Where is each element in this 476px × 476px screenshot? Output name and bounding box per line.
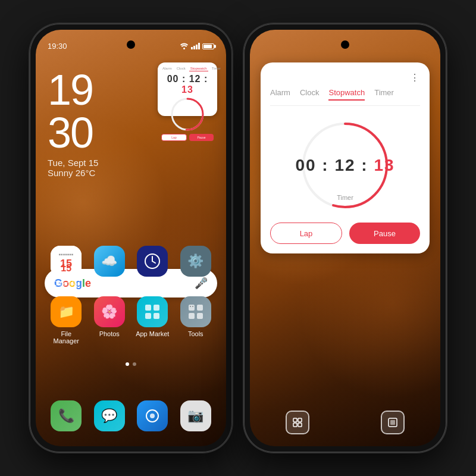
mini-pause-button[interactable]: Pause <box>189 134 214 141</box>
svg-rect-26 <box>298 423 302 427</box>
stopwatch-ring: 00 : 12 : 13 Timer <box>298 118 393 213</box>
app-market[interactable]: App Market <box>134 296 170 345</box>
right-phone: ⋮ Alarm Clock Stopwatch Timer 00 <box>244 24 446 452</box>
page-dot-2 <box>133 362 136 366</box>
mini-buttons: Lap Pause <box>161 134 214 141</box>
left-phone: 19:30 19 30 Tue, <box>30 24 232 452</box>
clock-app-card: ⋮ Alarm Clock Stopwatch Timer 00 <box>261 62 430 253</box>
phone-dock-icon[interactable]: 📞 <box>51 400 82 431</box>
tab-timer[interactable]: Timer <box>374 88 394 101</box>
svg-rect-23 <box>293 418 297 422</box>
svg-rect-15 <box>189 313 195 319</box>
signal-icon <box>191 43 200 49</box>
files-icon: 📁 <box>51 296 82 327</box>
svg-rect-13 <box>189 305 195 311</box>
svg-line-8 <box>152 261 155 263</box>
pause-button[interactable]: Pause <box>349 223 420 244</box>
front-camera <box>127 40 135 49</box>
app-weather[interactable]: ☁️ Weather <box>92 246 127 287</box>
clock-date: Tue, Sept 15 Sunny 26°C <box>48 158 98 178</box>
svg-text:15: 15 <box>60 258 72 270</box>
files-label: File Manager <box>48 330 84 345</box>
svg-rect-9 <box>145 305 151 311</box>
status-time: 19:30 <box>48 42 67 51</box>
app-settings[interactable]: ⚙️ Settings <box>178 246 214 287</box>
svg-rect-16 <box>197 313 203 319</box>
left-screen: 19:30 19 30 Tue, <box>36 30 226 446</box>
tab-stopwatch[interactable]: Stopwatch <box>328 88 365 101</box>
svg-rect-25 <box>293 423 297 427</box>
tab-alarm[interactable]: Alarm <box>270 88 290 101</box>
mini-time-display: 00 : 12 : 13 <box>161 74 214 95</box>
app-photos[interactable]: 🌸 Photos <box>92 296 127 345</box>
app-calendar[interactable]: ▪▪▪▪▪▪▪ 15 Calendar <box>48 246 84 287</box>
stopwatch-sublabel: Timer <box>337 194 353 201</box>
mini-tab-alarm[interactable]: Alarm <box>161 66 173 71</box>
page-indicator <box>126 362 136 366</box>
settings-icon: ⚙️ <box>180 246 211 277</box>
large-clock: 19 30 Tue, Sept 15 Sunny 26°C <box>48 68 98 178</box>
wifi-icon <box>180 43 189 49</box>
weather-icon: ☁️ <box>94 246 125 277</box>
mini-tab-timer[interactable]: Timer <box>211 66 222 71</box>
app-grid: ▪▪▪▪▪▪▪ 15 Calendar ☁️ Weather <box>45 246 217 354</box>
stopwatch-time: 00 : 12 : 13 <box>295 156 394 175</box>
card-header: ⋮ <box>270 72 420 83</box>
clock-icon <box>137 246 168 277</box>
mini-tabs: Alarm Clock Stopwatch Timer <box>161 66 214 71</box>
more-options-icon[interactable]: ⋮ <box>410 72 420 83</box>
photos-label: Photos <box>99 330 120 337</box>
weather-label: Weather <box>97 280 121 287</box>
svg-point-0 <box>183 48 185 49</box>
clock-app-label: Clock <box>144 280 161 287</box>
tools-label: Tools <box>188 330 203 337</box>
calendar-label: Calendar <box>53 280 80 287</box>
appmarket-icon <box>137 296 168 327</box>
app-row-1: ▪▪▪▪▪▪▪ 15 Calendar ☁️ Weather <box>45 246 217 287</box>
app-files[interactable]: 📁 File Manager <box>48 296 84 345</box>
svg-rect-12 <box>154 313 159 319</box>
stopwatch-display: 00 : 12 : 13 Timer <box>270 118 420 213</box>
tab-clock[interactable]: Clock <box>300 88 320 101</box>
camera-dock-icon[interactable]: 📷 <box>180 400 211 431</box>
mini-tab-stopwatch[interactable]: Stopwatch <box>189 66 208 71</box>
lap-button[interactable]: Lap <box>270 223 342 244</box>
right-screen: ⋮ Alarm Clock Stopwatch Timer 00 <box>250 30 440 446</box>
messages-dock-icon[interactable]: 💬 <box>94 400 125 431</box>
recent-apps-button[interactable] <box>286 411 309 434</box>
clock-app-tabs: Alarm Clock Stopwatch Timer <box>270 88 420 106</box>
svg-rect-10 <box>154 305 159 311</box>
app-dock: 📞 💬 📷 <box>45 400 217 431</box>
right-front-camera <box>341 40 349 49</box>
svg-text:▪▪▪▪▪▪▪: ▪▪▪▪▪▪▪ <box>59 251 74 258</box>
photos-icon: 🌸 <box>94 296 125 327</box>
battery-icon <box>202 43 214 49</box>
app-tools[interactable]: Tools <box>178 296 214 345</box>
nav-bar <box>250 411 440 434</box>
tools-icon <box>180 296 211 327</box>
clock-time: 19 30 <box>48 68 98 154</box>
mini-clock-widget[interactable]: Alarm Clock Stopwatch Timer 00 : 12 : 13… <box>158 62 217 116</box>
svg-rect-17 <box>190 306 191 307</box>
svg-rect-11 <box>145 313 151 319</box>
calendar-icon: ▪▪▪▪▪▪▪ 15 <box>51 246 82 277</box>
mini-lap-button[interactable]: Lap <box>161 134 187 141</box>
status-icons <box>180 43 214 49</box>
app-clock[interactable]: Clock <box>134 246 170 287</box>
stopwatch-controls: Lap Pause <box>270 223 420 244</box>
svg-rect-24 <box>298 418 302 422</box>
svg-rect-14 <box>197 305 203 311</box>
svg-rect-18 <box>192 306 193 307</box>
app-row-2: 📁 File Manager 🌸 Photos <box>45 296 217 345</box>
appmarket-label: App Market <box>136 330 169 337</box>
page-dot-1 <box>126 362 129 366</box>
svg-rect-28 <box>390 420 395 425</box>
mini-progress-ring <box>170 96 205 132</box>
settings-label: Settings <box>184 280 208 287</box>
browser-dock-icon[interactable] <box>137 400 168 431</box>
home-button[interactable] <box>381 411 405 434</box>
mini-tab-clock[interactable]: Clock <box>176 66 187 71</box>
svg-point-20 <box>150 414 155 418</box>
